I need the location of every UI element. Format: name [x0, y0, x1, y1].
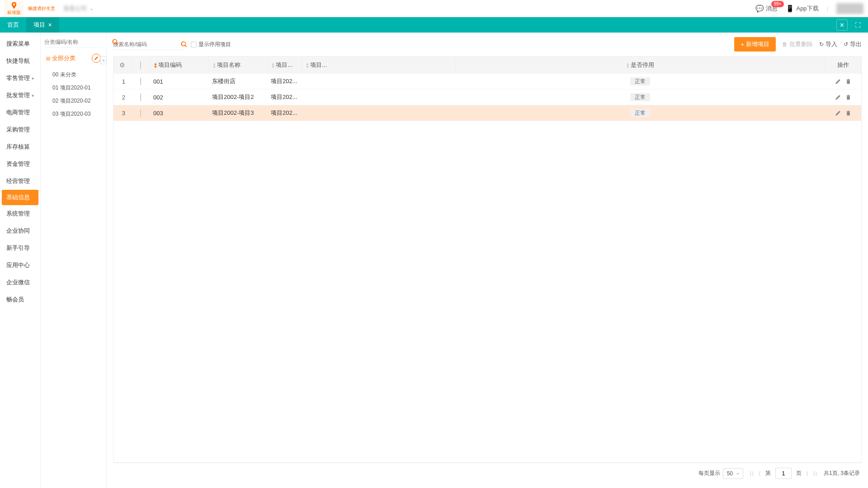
gear-icon: ⚙ — [119, 61, 125, 69]
sort-icon: ▲▼ — [154, 62, 158, 69]
table-row[interactable]: 3003项目2002-项目3项目202...正常 — [113, 105, 861, 121]
company-dropdown[interactable]: 某某公司 ⌄ — [60, 3, 97, 14]
tree-items: 00 未分类01 项目2020-0102 项目2020-0203 项目2020-… — [44, 68, 103, 121]
cell-p2 — [302, 74, 455, 89]
delete-button[interactable] — [845, 110, 851, 116]
col-settings[interactable]: ⚙ — [113, 56, 132, 74]
sidebar-item-label: 经营管理 — [6, 177, 30, 185]
export-button[interactable]: ↺ 导出 — [844, 40, 862, 48]
sidebar-item[interactable]: 畅会员 — [0, 291, 40, 308]
close-all-tabs-button[interactable]: ✕ — [836, 19, 848, 31]
col-select-all[interactable] — [132, 56, 150, 74]
sidebar-item-label: 企业微信 — [6, 278, 30, 286]
category-tree-panel: ⊟ 全部分类 00 未分类01 项目2020-0102 项目2020-0203 … — [41, 33, 107, 488]
search-icon[interactable] — [181, 41, 187, 47]
fullscreen-button[interactable]: ⛶ — [852, 20, 863, 30]
company-name: 某某公司 — [63, 5, 87, 13]
tree-root[interactable]: ⊟ 全部分类 — [46, 54, 75, 62]
caret-down-icon: ▾ — [32, 76, 34, 81]
messages-badge: 99+ — [771, 1, 784, 7]
content: 显示停用项目 + 新增项目 🗑 批量删除 ↻ 导入 ↺ 导出 — [107, 33, 868, 488]
sidebar-item-label: 系统管理 — [6, 210, 30, 218]
row-checkbox[interactable] — [132, 74, 150, 89]
sidebar-item[interactable]: 应用中心 — [0, 257, 40, 274]
import-button[interactable]: ↻ 导入 — [819, 40, 837, 48]
header-left: 标准版 畅捷通好生意 某某公司 ⌄ — [5, 0, 97, 17]
per-page-select[interactable]: 50 — [723, 468, 743, 479]
cell-status: 正常 — [455, 89, 825, 105]
delete-button[interactable] — [845, 79, 851, 84]
next-page-button[interactable]: ⟩ — [806, 470, 808, 477]
main-layout: 搜索菜单快捷导航零售管理▾批发管理▾电商管理采购管理库存核算资金管理经营管理基础… — [0, 33, 868, 488]
cell-p1: 项目202... — [267, 74, 302, 89]
row-checkbox[interactable] — [132, 89, 150, 105]
sidebar-item[interactable]: 快捷导航 — [0, 52, 40, 70]
user-avatar[interactable] — [836, 3, 863, 14]
edit-button[interactable] — [835, 110, 841, 116]
col-p1[interactable]: ▲▼项目... — [267, 56, 302, 74]
sidebar-item[interactable]: 系统管理 — [0, 205, 40, 222]
messages-button[interactable]: 💬 消息 99+ — [755, 5, 778, 13]
sidebar-item[interactable]: 采购管理 — [0, 121, 40, 138]
prev-page-button[interactable]: ⟨ — [759, 470, 761, 477]
checkbox-icon — [140, 78, 141, 85]
cell-ops — [825, 89, 861, 105]
checkbox-icon — [140, 61, 141, 69]
col-name[interactable]: ▲▼项目名称 — [208, 56, 267, 74]
edit-button[interactable] — [835, 94, 841, 100]
last-page-button[interactable]: ⟩⟩ — [813, 470, 817, 477]
sidebar-item[interactable]: 批发管理▾ — [0, 87, 40, 104]
toolbar: 显示停用项目 + 新增项目 🗑 批量删除 ↻ 导入 ↺ 导出 — [113, 37, 862, 52]
app-download-button[interactable]: 📱 App下载 — [786, 5, 818, 13]
col-status[interactable]: ▲▼是否停用 — [455, 56, 825, 74]
sidebar-item[interactable]: 企业协同 — [0, 222, 40, 239]
tab-home[interactable]: 首页 — [0, 17, 26, 33]
tree-header: ⊟ 全部分类 — [44, 51, 103, 66]
show-disabled-checkbox[interactable]: 显示停用项目 — [191, 41, 231, 48]
row-index: 3 — [113, 105, 132, 121]
tree-item[interactable]: 03 项目2020-03 — [44, 108, 103, 121]
edit-category-button[interactable] — [92, 54, 101, 63]
sidebar-item[interactable]: 经营管理 — [0, 173, 40, 190]
logo[interactable]: 标准版 — [5, 0, 24, 17]
sidebar-item[interactable]: 资金管理 — [0, 155, 40, 173]
tree-search-input[interactable] — [44, 39, 112, 45]
delete-button[interactable] — [845, 94, 851, 100]
search-icon[interactable] — [112, 39, 118, 45]
tree-item[interactable]: 02 项目2020-02 — [44, 94, 103, 108]
tree-item[interactable]: 01 项目2020-01 — [44, 81, 103, 94]
new-project-button[interactable]: + 新增项目 — [734, 37, 776, 52]
edit-button[interactable] — [835, 79, 841, 84]
cell-code: 003 — [150, 105, 208, 121]
sidebar-item[interactable]: 电商管理 — [0, 104, 40, 121]
chevron-down-icon: ⌄ — [90, 6, 93, 11]
sort-icon: ▲▼ — [306, 62, 310, 69]
sidebar-item[interactable]: 企业微信 — [0, 274, 40, 291]
first-page-button[interactable]: ⟨⟨ — [750, 470, 754, 477]
sidebar-item[interactable]: 库存核算 — [0, 138, 40, 155]
close-icon[interactable]: ✕ — [48, 22, 52, 28]
table-wrap: ⚙ ▲▼项目编码 ▲▼项目名称 ▲▼项目... ▲▼项目... ▲▼是否停用 操… — [113, 56, 862, 463]
sidebar-item[interactable]: 新手引导 — [0, 239, 40, 257]
table-row[interactable]: 1001东楼街店项目202...正常 — [113, 74, 861, 89]
collapse-tree-button[interactable]: « — [100, 56, 107, 64]
tree-item[interactable]: 00 未分类 — [44, 68, 103, 81]
col-p2[interactable]: ▲▼项目... — [302, 56, 455, 74]
sidebar-item[interactable]: 零售管理▾ — [0, 70, 40, 87]
sidebar-item[interactable]: 基础信息 — [2, 190, 38, 205]
tab-project[interactable]: 项目 ✕ — [26, 17, 59, 33]
cell-name: 项目2002-项目3 — [208, 105, 267, 121]
col-code[interactable]: ▲▼项目编码 — [150, 56, 208, 74]
page-input[interactable] — [775, 468, 792, 479]
sidebar-item-label: 新手引导 — [6, 244, 30, 252]
sidebar-item[interactable]: 搜索菜单 — [0, 35, 40, 52]
status-badge: 正常 — [630, 77, 650, 85]
plus-icon: + — [741, 41, 744, 48]
sidebar-item-label: 资金管理 — [6, 160, 30, 168]
batch-delete-button[interactable]: 🗑 批量删除 — [782, 40, 813, 48]
trash-icon — [845, 94, 851, 100]
row-checkbox[interactable] — [132, 105, 150, 121]
content-search-input[interactable] — [113, 41, 181, 47]
table-row[interactable]: 2002项目2002-项目2项目202...正常 — [113, 89, 861, 105]
row-index: 1 — [113, 74, 132, 89]
